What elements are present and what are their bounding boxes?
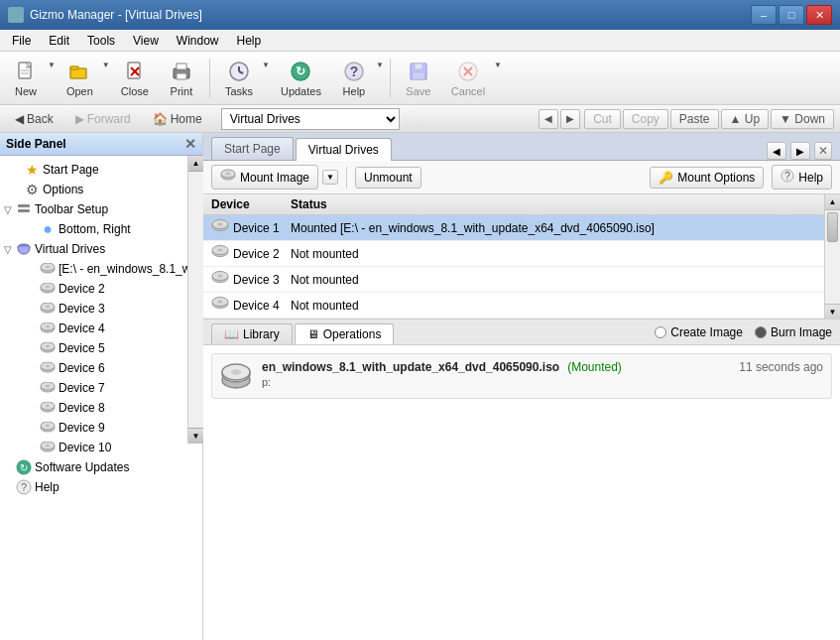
address-select[interactable]: Virtual Drives: [221, 108, 400, 130]
updates-button[interactable]: ↻ Updates: [272, 55, 330, 102]
cancel-button[interactable]: Cancel: [442, 55, 494, 102]
virtual-drives-expand[interactable]: ▽: [0, 244, 16, 255]
home-button[interactable]: 🏠 Home: [144, 109, 211, 129]
svg-rect-19: [415, 64, 422, 69]
table-scroll-up[interactable]: ▲: [825, 194, 840, 210]
table-scroll-down[interactable]: ▼: [825, 304, 840, 320]
device-table-header: Device Status: [203, 194, 840, 215]
menu-view[interactable]: View: [125, 32, 167, 50]
menu-help[interactable]: Help: [229, 32, 270, 50]
sidebar-item-device2[interactable]: Device 2: [0, 279, 202, 299]
svg-rect-25: [18, 209, 30, 212]
device-row-2[interactable]: Device 2 Not mounted: [203, 241, 840, 267]
sidebar-item-bottom-right[interactable]: ● Bottom, Right: [0, 219, 202, 239]
restore-button[interactable]: □: [779, 5, 804, 25]
print-button[interactable]: Print: [160, 55, 203, 102]
open-dropdown-arrow[interactable]: ▼: [102, 61, 110, 69]
sidebar-item-options[interactable]: ⚙ Options: [0, 180, 202, 199]
up-button[interactable]: ▲ Up: [721, 109, 770, 129]
svg-point-29: [46, 266, 50, 268]
sidebar-item-device9[interactable]: Device 9: [0, 418, 202, 438]
svg-rect-4: [70, 66, 78, 69]
disk-icon-4: [40, 320, 56, 336]
sidebar-item-virtual-drives[interactable]: ▽ Virtual Drives: [0, 239, 202, 259]
device-row-1[interactable]: Device 1 Mounted [E:\ - en_windows_8.1_w…: [203, 215, 840, 241]
sidebar-item-start-page[interactable]: ★ Start Page: [0, 160, 202, 180]
operations-icon: 🖥: [307, 327, 319, 341]
menu-edit[interactable]: Edit: [41, 32, 77, 50]
tab-start-page[interactable]: Start Page: [211, 137, 294, 160]
create-image-radio[interactable]: [655, 326, 666, 338]
mount-dropdown-arrow[interactable]: ▼: [322, 170, 338, 185]
close-button[interactable]: ✕: [806, 5, 832, 25]
create-image-button[interactable]: Create Image: [655, 325, 743, 339]
cancel-dropdown-arrow[interactable]: ▼: [494, 61, 502, 69]
new-dropdown-arrow[interactable]: ▼: [48, 61, 56, 69]
menu-window[interactable]: Window: [169, 32, 227, 50]
help-content-button[interactable]: ? Help: [772, 165, 832, 190]
sidebar-item-help[interactable]: ? Help: [0, 477, 202, 497]
save-button[interactable]: Save: [397, 55, 440, 102]
copy-button[interactable]: Copy: [623, 109, 668, 129]
device-row-4[interactable]: Device 4 Not mounted: [203, 293, 840, 319]
svg-point-82: [231, 369, 241, 375]
prev-arrow[interactable]: ◀: [539, 109, 558, 129]
sidebar-item-device8[interactable]: Device 8: [0, 398, 202, 418]
close-doc-button[interactable]: Close: [112, 55, 158, 102]
side-panel-close[interactable]: ✕: [184, 136, 196, 152]
sidebar-item-en-windows[interactable]: [E:\ - en_windows_8.1_witl: [0, 259, 202, 279]
tab-next[interactable]: ▶: [790, 142, 810, 160]
burn-image-button[interactable]: Burn Image: [755, 325, 832, 339]
open-button[interactable]: Open: [58, 55, 102, 102]
minimize-button[interactable]: –: [751, 5, 777, 25]
help-dropdown-arrow[interactable]: ▼: [376, 61, 384, 69]
table-scrollbar: ▲ ▼: [824, 194, 840, 320]
table-scroll-thumb[interactable]: [827, 212, 838, 242]
device3-name: Device 3: [211, 271, 291, 288]
tab-close[interactable]: ✕: [814, 142, 832, 160]
sidebar-item-device3[interactable]: Device 3: [0, 299, 202, 319]
back-button[interactable]: ◀ Back: [6, 109, 62, 129]
menu-file[interactable]: File: [4, 32, 39, 50]
ops-item-1[interactable]: en_windows_8.1_with_update_x64_dvd_40650…: [211, 353, 832, 399]
sidebar-item-device7[interactable]: Device 7: [0, 378, 202, 398]
forward-icon: ▶: [75, 112, 84, 126]
svg-point-32: [46, 286, 50, 288]
content-area: Start Page Virtual Drives ◀ ▶ ✕ Mount Im…: [203, 133, 840, 640]
svg-point-44: [46, 365, 50, 367]
sidebar-item-toolbar-setup[interactable]: ▽ Toolbar Setup: [0, 199, 202, 219]
tasks-dropdown-arrow[interactable]: ▼: [262, 61, 270, 69]
tab-prev[interactable]: ◀: [767, 142, 786, 160]
sidebar-item-device6[interactable]: Device 6: [0, 358, 202, 378]
tab-library[interactable]: 📖 Library: [211, 323, 293, 344]
burn-image-radio[interactable]: [755, 326, 767, 338]
new-button[interactable]: New: [4, 55, 48, 102]
next-arrow[interactable]: ▶: [560, 109, 580, 129]
svg-text:↻: ↻: [296, 64, 305, 78]
mount-options-button[interactable]: 🔑 Mount Options: [650, 167, 764, 189]
ops-filename-row: en_windows_8.1_with_update_x64_dvd_40650…: [262, 360, 739, 374]
mount-image-button[interactable]: Mount Image: [211, 165, 318, 190]
toolbar-setup-expand[interactable]: ▽: [0, 204, 16, 215]
sidebar-item-device5[interactable]: Device 5: [0, 338, 202, 358]
ops-disk-icon: [220, 360, 252, 392]
svg-point-56: [46, 445, 50, 447]
device-row-3[interactable]: Device 3 Not mounted: [203, 267, 840, 293]
cut-button[interactable]: Cut: [584, 109, 621, 129]
scroll-down-btn[interactable]: ▼: [188, 428, 203, 444]
scroll-up-btn[interactable]: ▲: [188, 156, 203, 172]
paste-button[interactable]: Paste: [670, 109, 719, 129]
side-panel-content: ★ Start Page ⚙ Options ▽ Toolbar Setup: [0, 156, 202, 640]
forward-button[interactable]: ▶ Forward: [66, 109, 140, 129]
help-toolbar-button[interactable]: ? Help: [332, 55, 376, 102]
menu-tools[interactable]: Tools: [79, 32, 123, 50]
down-button[interactable]: ▼ Down: [771, 109, 834, 129]
disk-drive-icon-1: [211, 219, 229, 236]
sidebar-item-device4[interactable]: Device 4: [0, 319, 202, 338]
tab-operations[interactable]: 🖥 Operations: [295, 323, 395, 344]
sidebar-item-device10[interactable]: Device 10: [0, 438, 202, 457]
tab-virtual-drives[interactable]: Virtual Drives: [296, 138, 392, 161]
tasks-button[interactable]: Tasks: [216, 55, 262, 102]
sidebar-item-software-updates[interactable]: ↻ Software Updates: [0, 457, 202, 477]
unmount-button[interactable]: Unmount: [355, 167, 421, 189]
